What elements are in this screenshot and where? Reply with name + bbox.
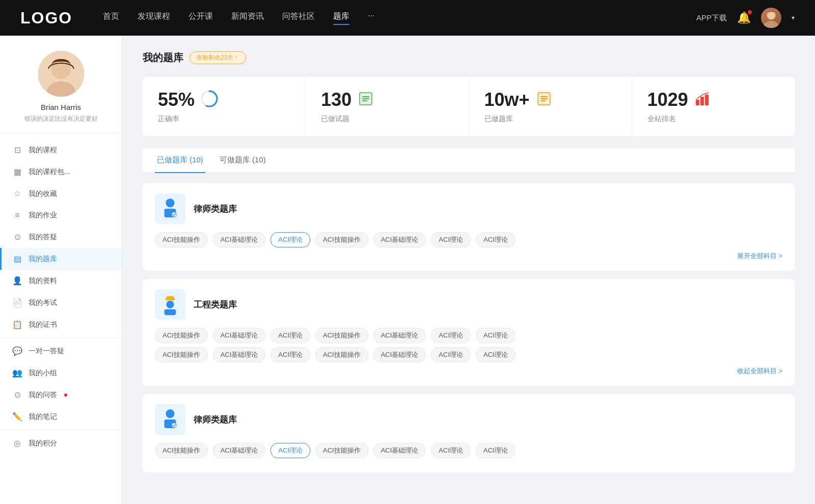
stat-done-banks: 10w+ 已做题库 [469,77,632,136]
nav-question-bank[interactable]: 题库 [333,11,349,25]
collapse-link-engineer[interactable]: 收起全部科目 > [155,367,782,376]
tag[interactable]: ACI技能操作 [315,443,368,458]
my-courses-icon: ⊡ [12,145,22,155]
tag[interactable]: ACI技能操作 [155,232,208,247]
bank-engineer-icon [155,289,185,320]
bank-engineer-title: 工程类题库 [194,299,237,311]
stat-done-banks-icon [536,91,552,109]
logo: LOGO [20,9,72,27]
certificate-icon: 📋 [12,320,22,329]
tag[interactable]: ACI基础理论 [213,443,266,458]
tag[interactable]: ACI理论 [431,347,471,362]
tag[interactable]: ACI基础理论 [373,347,426,362]
stat-done-banks-value: 10w+ [484,89,530,110]
sidebar-item-favorites[interactable]: ☆ 我的收藏 [0,183,122,205]
questions-notification-dot [64,394,67,397]
navbar-right: APP下载 🔔 ▾ [696,8,795,28]
stat-rank-top: 1029 [647,89,779,110]
sidebar-item-course-package[interactable]: ▦ 我的课程包... [0,161,122,183]
app-download-link[interactable]: APP下载 [696,13,727,23]
sidebar-item-my-courses[interactable]: ⊡ 我的课程 [0,139,122,161]
sidebar-item-my-group[interactable]: 👥 我的小组 [0,362,122,384]
my-points-icon: ◎ [12,438,22,448]
nav-qa[interactable]: 问答社区 [282,11,315,25]
favorites-icon: ☆ [12,189,22,199]
tag[interactable]: ACI理论 [431,328,471,343]
nav-discover[interactable]: 发现课程 [138,11,170,25]
stat-done-questions-label: 已做试题 [321,115,453,124]
sidebar-item-question-bank[interactable]: ▤ 我的题库 [0,248,122,270]
tag[interactable]: ACI基础理论 [373,328,426,343]
tag[interactable]: ACI理论 [431,232,471,247]
sidebar-divider-1 [0,338,122,338]
sidebar-profile: Brian Harris 错误的决定比没有决定要好 [0,51,122,134]
sidebar-username: Brian Harris [41,103,81,111]
bank-card-lawyer-1-header: 律师类题库 [155,193,782,224]
tag[interactable]: ACI技能操作 [315,328,368,343]
stat-done-questions-top: 130 [321,89,453,110]
my-exam-icon: 📄 [12,298,22,307]
sidebar-item-my-info[interactable]: 👤 我的资料 [0,270,122,292]
homework-icon: ≡ [12,211,22,220]
tag[interactable]: ACI理论 [476,347,515,362]
main-content: 我的题库 体验剩余23天！ 55% 正确率 13 [122,36,815,504]
sidebar-item-my-notes[interactable]: ✏️ 我的笔记 [0,406,122,428]
tag[interactable]: ACI理论 [270,347,310,362]
bank-card-engineer-header: 工程类题库 [155,289,782,320]
nav-home[interactable]: 首页 [103,11,119,25]
sidebar-item-my-exam[interactable]: 📄 我的考试 [0,292,122,314]
tag[interactable]: ACI理论 [476,328,515,343]
my-info-icon: 👤 [12,276,22,286]
tag[interactable]: ACI技能操作 [315,232,368,247]
sidebar-item-homework-label: 我的作业 [29,211,57,220]
tag[interactable]: ACI技能操作 [155,328,208,343]
bank-lawyer-1-tags: ACI技能操作 ACI基础理论 ACI理论 ACI技能操作 ACI基础理论 AC… [155,232,782,247]
nav-news[interactable]: 新闻资讯 [231,11,264,25]
sidebar-item-my-qa[interactable]: ⊙ 我的答疑 [0,226,122,248]
avatar[interactable] [761,8,781,28]
tag[interactable]: ACI基础理论 [373,443,426,458]
sidebar-item-my-points[interactable]: ◎ 我的积分 [0,432,122,454]
nav-more[interactable]: ··· [368,11,374,25]
question-bank-icon: ▤ [12,254,22,264]
sidebar-item-one-on-one[interactable]: 💬 一对一答疑 [0,340,122,362]
stats-row: 55% 正确率 130 [143,77,795,136]
tab-done-banks[interactable]: 已做题库 (10) [155,148,205,173]
nav-menu: 首页 发现课程 公开课 新闻资讯 问答社区 题库 ··· [103,11,696,25]
sidebar-item-certificate[interactable]: 📋 我的证书 [0,314,122,335]
sidebar-item-course-package-label: 我的课程包... [29,167,70,177]
tag[interactable]: ACI基础理论 [373,232,426,247]
sidebar-item-my-questions[interactable]: ⊙ 我的问答 [0,384,122,406]
tag[interactable]: ACI基础理论 [213,347,266,362]
my-notes-icon: ✏️ [12,412,22,422]
tag-active[interactable]: ACI理论 [270,232,310,247]
svg-point-1 [764,21,778,28]
expand-link-lawyer-1[interactable]: 展开全部科目 > [155,251,782,261]
tag[interactable]: ACI理论 [476,232,515,247]
tag[interactable]: ACI基础理论 [213,232,266,247]
sidebar-item-question-bank-label: 我的题库 [29,255,57,264]
nav-open-course[interactable]: 公开课 [188,11,213,25]
tag[interactable]: ACI技能操作 [155,443,208,458]
sidebar-item-my-group-label: 我的小组 [29,369,57,378]
navbar: LOGO 首页 发现课程 公开课 新闻资讯 问答社区 题库 ··· APP下载 … [0,0,815,36]
tag[interactable]: ACI理论 [270,328,310,343]
tag[interactable]: ACI理论 [431,443,471,458]
notification-bell[interactable]: 🔔 [737,11,751,24]
avatar-chevron-icon[interactable]: ▾ [792,14,795,21]
tab-available-banks[interactable]: 可做题库 (10) [218,148,268,173]
stat-rank-label: 全站排名 [647,115,779,124]
sidebar-item-certificate-label: 我的证书 [29,320,57,329]
tab-row: 已做题库 (10) 可做题库 (10) [143,148,795,173]
tag[interactable]: ACI技能操作 [155,347,208,362]
tag-active[interactable]: ACI理论 [270,443,310,458]
tag[interactable]: ACI理论 [476,443,515,458]
stat-accuracy-icon [201,90,218,109]
svg-rect-20 [705,95,709,105]
stat-done-banks-top: 10w+ [484,89,616,110]
sidebar-item-homework[interactable]: ≡ 我的作业 [0,205,122,226]
sidebar-item-my-exam-label: 我的考试 [29,298,57,307]
tag[interactable]: ACI基础理论 [213,328,266,343]
tag[interactable]: ACI技能操作 [315,347,368,362]
svg-point-21 [166,199,174,207]
